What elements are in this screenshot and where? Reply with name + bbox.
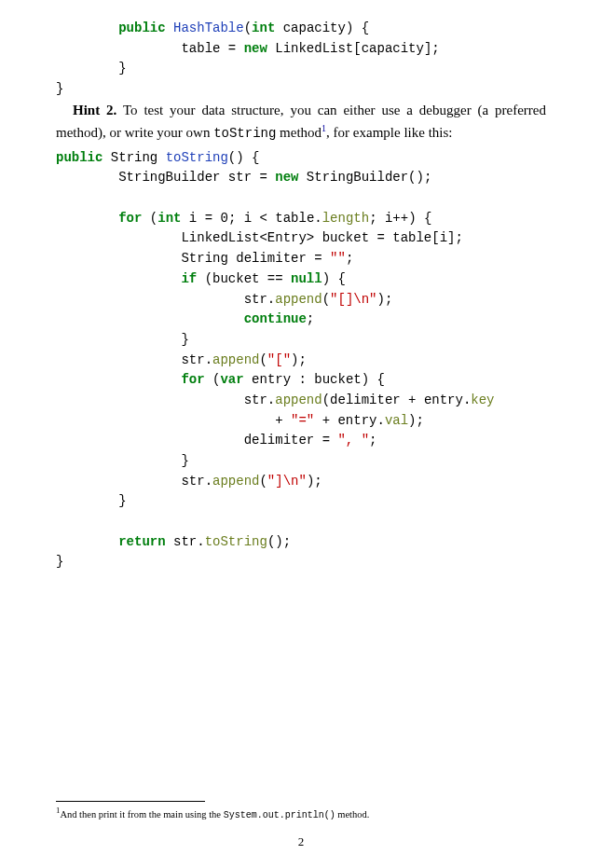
property: val bbox=[385, 413, 408, 428]
property: append bbox=[212, 474, 259, 489]
keyword: int bbox=[252, 21, 275, 35]
string-literal: "[]\n" bbox=[330, 292, 376, 307]
property: key bbox=[471, 393, 494, 407]
code-text: ; bbox=[369, 433, 376, 448]
code-block-tostring: public String toString() { StringBuilder… bbox=[56, 148, 546, 572]
footnote: 1And then print it from the main using t… bbox=[56, 805, 546, 822]
code-text: LinkedList<Entry> bucket = table[i]; bbox=[56, 230, 463, 245]
code-text bbox=[56, 271, 181, 286]
keyword: for bbox=[118, 211, 142, 226]
code-text: ( bbox=[142, 211, 157, 226]
hint-label: Hint 2. bbox=[73, 103, 116, 117]
code-text: + entry. bbox=[314, 413, 385, 428]
identifier: HashTable bbox=[173, 21, 244, 35]
hint-text: , for example like this: bbox=[326, 125, 452, 140]
code-text: str. bbox=[56, 393, 275, 407]
string-literal: "=" bbox=[291, 413, 314, 428]
string-literal: "" bbox=[330, 251, 346, 266]
property: toString bbox=[205, 534, 267, 549]
code-text: entry : bucket) { bbox=[244, 372, 385, 387]
footnote-text: And then print it from the main using th… bbox=[60, 808, 223, 819]
keyword: return bbox=[118, 534, 165, 549]
code-text bbox=[56, 534, 118, 549]
code-text: ; bbox=[307, 311, 314, 326]
code-text: ; i++) { bbox=[369, 211, 431, 226]
keyword: new bbox=[275, 170, 298, 185]
keyword: continue bbox=[244, 311, 307, 326]
hint-paragraph: Hint 2. To test your data structure, you… bbox=[56, 100, 546, 145]
string-literal: "]\n" bbox=[267, 474, 307, 489]
code-text bbox=[56, 311, 244, 326]
page-footer: 1And then print it from the main using t… bbox=[56, 801, 546, 850]
code-text: ); bbox=[377, 292, 393, 307]
property: length bbox=[322, 211, 369, 226]
code-text bbox=[56, 211, 118, 226]
footnote-rule bbox=[56, 801, 205, 802]
code-text: str. bbox=[56, 474, 212, 489]
code-text: ); bbox=[408, 413, 424, 428]
property: append bbox=[275, 393, 322, 407]
code-text: } bbox=[56, 493, 127, 508]
code-text: str. bbox=[56, 292, 275, 307]
keyword: if bbox=[181, 271, 197, 286]
identifier: toString bbox=[166, 150, 228, 165]
keyword: public bbox=[56, 150, 103, 165]
code-text: (delimiter + entry. bbox=[322, 393, 472, 407]
property: append bbox=[275, 292, 322, 307]
hint-text: method bbox=[276, 125, 322, 140]
code-text: } bbox=[56, 332, 189, 347]
code-text: + bbox=[56, 413, 291, 428]
code-text: ( bbox=[322, 292, 330, 307]
keyword: null bbox=[291, 271, 322, 286]
code-text: i = 0; i < table. bbox=[181, 211, 322, 226]
code-text: delimiter = bbox=[56, 433, 337, 448]
code-text: StringBuilder(); bbox=[298, 170, 431, 185]
document-page: public HashTable(int capacity) { table =… bbox=[0, 0, 602, 868]
code-text: table = bbox=[56, 41, 244, 56]
code-text: str. bbox=[56, 352, 212, 367]
keyword: int bbox=[157, 211, 181, 226]
code-text: } bbox=[56, 453, 189, 468]
code-text bbox=[56, 372, 181, 387]
code-text: LinkedList[capacity]; bbox=[267, 41, 440, 56]
code-text: ( bbox=[259, 474, 267, 489]
code-text: (); bbox=[267, 534, 291, 549]
keyword: new bbox=[244, 41, 267, 56]
footnote-text: method. bbox=[335, 808, 370, 819]
hint-mono: toString bbox=[213, 126, 276, 141]
code-text: ( bbox=[259, 352, 267, 367]
code-text: String delimiter = bbox=[56, 251, 330, 266]
string-literal: ", " bbox=[337, 433, 369, 448]
keyword: public bbox=[118, 21, 165, 35]
code-text: ) { bbox=[322, 271, 346, 286]
code-text: } bbox=[56, 81, 63, 96]
page-number: 2 bbox=[56, 834, 546, 849]
code-text: String bbox=[103, 150, 165, 165]
code-text: ; bbox=[346, 251, 353, 266]
code-text: } bbox=[56, 61, 127, 76]
keyword: var bbox=[220, 372, 243, 387]
code-text: () { bbox=[228, 150, 260, 165]
code-text: ( bbox=[205, 372, 221, 387]
keyword: for bbox=[181, 372, 204, 387]
code-text: ); bbox=[307, 474, 322, 489]
code-block-constructor: public HashTable(int capacity) { table =… bbox=[56, 19, 546, 100]
string-literal: "[" bbox=[267, 352, 291, 367]
footnote-mono: System.out.println() bbox=[224, 809, 335, 820]
code-text: (bucket == bbox=[197, 271, 291, 286]
property: append bbox=[212, 352, 259, 367]
code-text: str. bbox=[166, 534, 205, 549]
code-text: } bbox=[56, 554, 63, 569]
code-text: StringBuilder str = bbox=[56, 170, 275, 185]
code-text: ); bbox=[291, 352, 307, 367]
code-text: capacity) { bbox=[275, 21, 369, 35]
